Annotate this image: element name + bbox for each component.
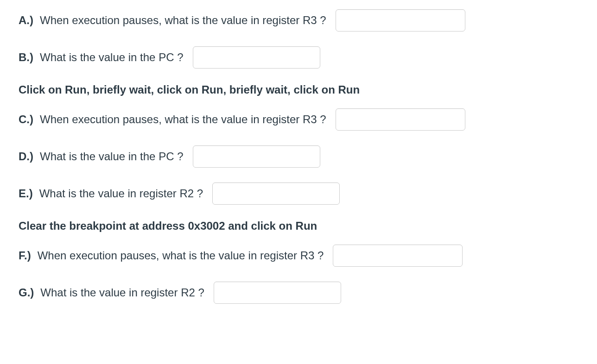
question-a-text: When execution pauses, what is the value… (40, 14, 326, 27)
question-c-label: C.) (19, 113, 33, 126)
question-b-label: B.) (19, 51, 33, 64)
question-f-text: When execution pauses, what is the value… (38, 249, 324, 262)
question-b-input[interactable] (193, 46, 320, 69)
question-g-text: What is the value in register R2 ? (40, 286, 204, 299)
question-d-row: D.) What is the value in the PC ? (19, 145, 578, 168)
question-g-label: G.) (19, 286, 34, 299)
question-f-input[interactable] (333, 245, 463, 267)
question-c-row: C.) When execution pauses, what is the v… (19, 108, 578, 131)
question-f-label: F.) (19, 249, 31, 262)
question-a-row: A.) When execution pauses, what is the v… (19, 9, 578, 31)
question-d-label: D.) (19, 150, 33, 163)
instruction-2: Clear the breakpoint at address 0x3002 a… (19, 220, 578, 232)
question-a-label: A.) (19, 14, 33, 27)
question-e-input[interactable] (212, 182, 340, 205)
question-g-input[interactable] (214, 282, 341, 304)
question-f-row: F.) When execution pauses, what is the v… (19, 245, 578, 267)
question-d-text: What is the value in the PC ? (40, 150, 184, 163)
question-b-row: B.) What is the value in the PC ? (19, 46, 578, 69)
question-b-text: What is the value in the PC ? (40, 51, 184, 64)
instruction-1: Click on Run, briefly wait, click on Run… (19, 83, 578, 96)
question-d-input[interactable] (193, 145, 320, 168)
question-e-text: What is the value in register R2 ? (39, 187, 203, 200)
question-c-text: When execution pauses, what is the value… (40, 113, 326, 126)
question-e-label: E.) (19, 187, 33, 200)
question-a-input[interactable] (336, 9, 465, 31)
question-c-input[interactable] (336, 108, 465, 131)
question-g-row: G.) What is the value in register R2 ? (19, 282, 578, 304)
question-e-row: E.) What is the value in register R2 ? (19, 182, 578, 205)
